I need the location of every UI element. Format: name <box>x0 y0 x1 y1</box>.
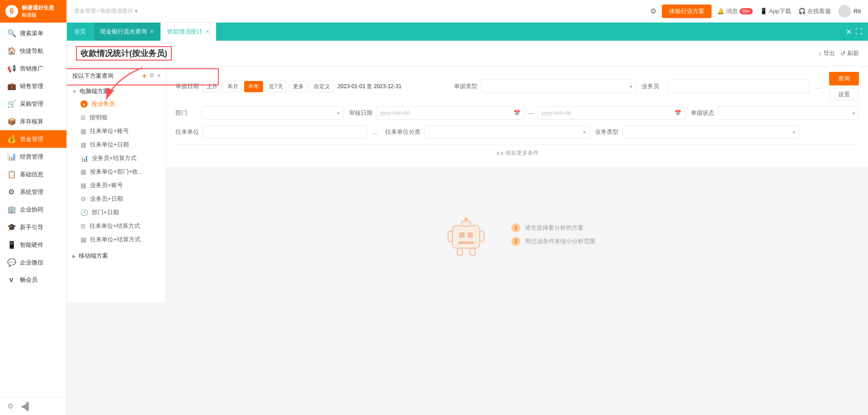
salesman-input[interactable] <box>668 80 810 93</box>
dept-select[interactable]: ▾ <box>202 106 344 120</box>
partner-type-arrow-icon: ▾ <box>583 130 585 135</box>
date-last-month[interactable]: 上月 <box>203 81 222 92</box>
audit-end-input[interactable]: yyyy-mm-dd 📅 <box>538 106 686 120</box>
doc-status-label: 单据状态 <box>691 109 714 117</box>
scheme-item-unit-pay1[interactable]: ⊞ 往来单位+结算方式 <box>67 219 166 233</box>
table5-icon: ▦ <box>80 236 86 243</box>
scheme-collapse-icon[interactable]: « <box>157 72 160 80</box>
salesman-more-icon[interactable]: ... <box>813 83 824 90</box>
scheme-item-unit-dept[interactable]: ▦ 按来单位+部门+收... <box>67 165 166 179</box>
partner-input[interactable] <box>203 125 367 139</box>
calendar-icon[interactable]: 📅 <box>514 110 520 116</box>
system-icon: ⚙ <box>7 188 15 196</box>
messages-button[interactable]: 🔔 消息 99+ <box>717 7 753 15</box>
business-icon: 📊 <box>7 152 15 161</box>
svg-rect-0 <box>453 226 480 248</box>
query-button[interactable]: 查询 <box>829 72 859 85</box>
table-icon: ▦ <box>80 127 86 135</box>
sidebar-item-hardware[interactable]: 📱 智能硬件 <box>0 236 66 254</box>
date-more[interactable]: 更多 <box>289 81 308 92</box>
export-button[interactable]: ↑ 导出 <box>819 49 835 57</box>
sidebar-item-inventory[interactable]: 📦 库存核算 <box>0 113 66 130</box>
sidebar-item-member[interactable]: V 畅会员 <box>0 271 66 288</box>
scheme-panel: 按以下方案查询 + ⚙ « ▼ 电脑端方案 <box>67 66 166 302</box>
tab-bank[interactable]: 现金银行流水查询 ✕ <box>93 23 160 41</box>
marketing-icon: 📢 <box>7 64 15 73</box>
scheme-item-salesman-account[interactable]: ▦ 业务员+账号 <box>67 179 166 192</box>
tab-home[interactable]: 首页 <box>67 23 93 41</box>
expand-icon[interactable]: ⛶ <box>855 28 863 36</box>
bell-icon: 🔔 <box>717 8 724 14</box>
date-last7[interactable]: 近7天 <box>265 81 287 92</box>
collapse-text: 收起更多条件 <box>506 149 538 157</box>
sidebar-item-wechat[interactable]: 💬 企业微信 <box>0 254 66 271</box>
collapse-bar[interactable]: ∧∧ 收起更多条件 <box>175 144 859 161</box>
date-this-year[interactable]: 本年 <box>244 81 263 92</box>
grid-icon: ⊞ <box>80 114 86 121</box>
svg-rect-7 <box>480 231 484 242</box>
close-all-icon[interactable]: ✕ <box>846 28 852 36</box>
online-service-button[interactable]: 🎧 在线客服 <box>798 7 831 15</box>
sidebar-item-search[interactable]: 🔍 搜索菜单 <box>0 24 66 42</box>
breadcrumb-dropdown-icon[interactable]: ▾ <box>135 8 138 14</box>
footer-settings-icon[interactable]: ⚙ <box>7 402 14 410</box>
user-area[interactable]: Rit <box>838 5 861 18</box>
empty-illustration <box>439 208 493 262</box>
topbar-gear-icon[interactable]: ⚙ <box>650 7 656 15</box>
partner-more-icon[interactable]: ... <box>371 128 380 136</box>
scheme-section-mobile-header[interactable]: ▶ 移动端方案 <box>67 250 166 262</box>
sidebar-item-marketing[interactable]: 📢 营销推广 <box>0 60 66 77</box>
date-this-month[interactable]: 本月 <box>223 81 242 92</box>
breadcrumb-text: 资金管理 / 收款情况统计 <box>74 7 133 15</box>
scheme-item-salesman-date[interactable]: ⚙ 业务员+日期 <box>67 192 166 206</box>
biz-type-select[interactable]: ▾ <box>622 125 799 139</box>
date-custom[interactable]: 自定义 <box>310 81 334 92</box>
audit-start-input[interactable]: yyyy-mm-dd 📅 <box>376 106 524 120</box>
date-selector: 上月 本月 本年 近7天 更多 自定义 2023-01-01 至 2023-12… <box>203 81 401 92</box>
search-row-3: 往来单位 ... 往来单位分类 ▾ <box>175 125 859 139</box>
scheme-settings-icon[interactable]: ⚙ <box>149 72 155 80</box>
biz-type-arrow-icon: ▾ <box>793 130 795 135</box>
scheme-item-detail[interactable]: ⊞ 按明细 <box>67 111 166 124</box>
sidebar-item-sales[interactable]: 💼 销售管理 <box>0 77 66 95</box>
refresh-button[interactable]: ↺ 刷新 <box>840 49 859 57</box>
scheme-item-salesman-pay[interactable]: 📊 业务员+结算方式 <box>67 151 166 165</box>
tab-receipt-close-icon[interactable]: ✕ <box>205 28 210 35</box>
partner-label: 往来单位 <box>175 128 199 136</box>
partner-type-field: 往来单位分类 ▾ <box>385 125 590 139</box>
sidebar-item-quicknav[interactable]: 🏠 快捷导航 <box>0 42 66 60</box>
scheme-item-unit-date[interactable]: ▦ 往来单位+日期 <box>67 138 166 151</box>
sidebar-item-purchase[interactable]: 🛒 采购管理 <box>0 95 66 113</box>
scheme-item-salesman[interactable]: ● 按业务员 <box>67 97 166 111</box>
sidebar-item-business[interactable]: 📊 经营管理 <box>0 148 66 165</box>
footer-collapse-icon[interactable]: ◀▌ <box>21 402 31 410</box>
scheme-item-unit-pay2[interactable]: ▦ 往来单位+结算方式 <box>67 233 166 246</box>
avatar <box>838 5 851 18</box>
calendar2-icon[interactable]: 📅 <box>675 110 681 116</box>
gear2-icon: ⚙ <box>80 195 86 203</box>
headset-icon: 🎧 <box>798 8 806 14</box>
scheme-add-icon[interactable]: + <box>142 72 146 80</box>
svg-rect-1 <box>459 232 465 238</box>
scheme-item-dept-date[interactable]: 🕐 部门+日期 <box>67 206 166 219</box>
sidebar-item-system[interactable]: ⚙ 系统管理 <box>0 183 66 201</box>
settings-button[interactable]: 设置 <box>829 88 859 101</box>
tab-bank-close-icon[interactable]: ✕ <box>150 28 154 35</box>
scheme-item-unit-account[interactable]: ▦ 往来单位+账号 <box>67 124 166 138</box>
trial-button[interactable]: 体验行业方案 <box>662 5 712 18</box>
partner-type-select[interactable]: ▾ <box>424 125 590 139</box>
scheme-section-pc-header[interactable]: ▼ 电脑端方案 <box>67 85 166 97</box>
enterprise-icon: 🏢 <box>7 205 15 214</box>
app-download-button[interactable]: 📱 App下载 <box>760 7 791 15</box>
doc-type-select[interactable]: ▾ <box>481 80 636 93</box>
page-title: 收款情况统计(按业务员) <box>76 46 172 61</box>
doc-status-select[interactable]: ▾ <box>718 106 859 120</box>
sidebar-item-enterprise[interactable]: 🏢 企业协同 <box>0 201 66 218</box>
empty-content: 1 请先选择要分析的方案 2 用过滤条件来缩小分析范围 <box>439 208 595 262</box>
sidebar-item-basic[interactable]: 📋 基础信息 <box>0 165 66 183</box>
sidebar-item-newguide[interactable]: 🎓 新手引导 <box>0 218 66 236</box>
scheme-section-mobile: ▶ 移动端方案 <box>67 248 166 264</box>
sidebar-item-finance[interactable]: 💰 资金管理 <box>0 130 66 148</box>
wechat-icon: 💬 <box>7 258 15 267</box>
tab-receipt[interactable]: 收款情况统计 ✕ <box>160 23 216 41</box>
